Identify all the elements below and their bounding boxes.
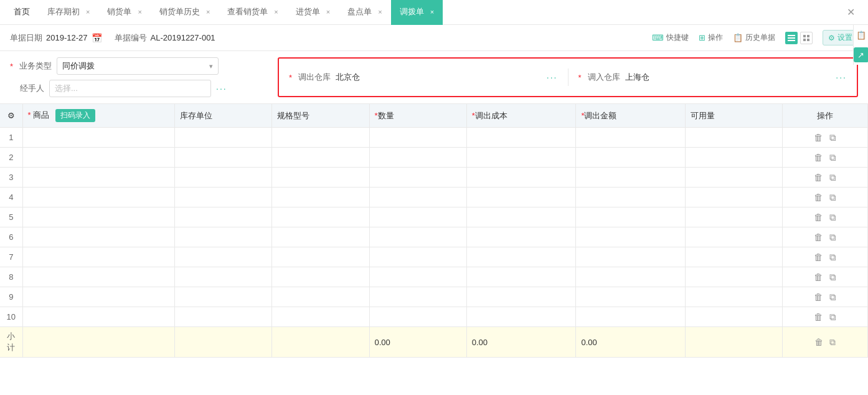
tab-purchase-close[interactable]: × [326, 8, 330, 16]
row-copy-icon[interactable]: ⧉ [829, 192, 836, 202]
row-cost[interactable] [466, 188, 576, 207]
row-qty[interactable] [369, 168, 466, 188]
row-copy-icon[interactable]: ⧉ [829, 272, 836, 282]
subtotal-delete-icon[interactable]: 🗑 [814, 337, 823, 347]
history-action[interactable]: 📋 历史单据 [733, 32, 775, 43]
tab-stocktake-close[interactable]: × [378, 8, 382, 16]
tab-stocktake[interactable]: 盘点单 × [339, 0, 390, 25]
handler-more-btn[interactable]: ··· [216, 83, 227, 93]
row-product[interactable] [22, 247, 175, 267]
source-wh-more-btn[interactable]: ··· [547, 72, 558, 82]
row-qty[interactable] [369, 227, 466, 247]
tab-sales-history[interactable]: 销货单历史 × [151, 0, 219, 25]
tab-transfer-close[interactable]: × [430, 8, 434, 16]
row-cost[interactable] [466, 267, 576, 287]
row-product[interactable] [22, 207, 175, 227]
tab-view-sales-close[interactable]: × [274, 8, 278, 16]
row-product[interactable] [22, 287, 175, 307]
sidebar-export-icon[interactable]: ↗ [854, 47, 869, 62]
row-amount[interactable] [576, 307, 686, 327]
row-cost[interactable] [466, 307, 576, 327]
row-delete-icon[interactable]: 🗑 [814, 172, 823, 183]
row-delete-icon[interactable]: 🗑 [814, 192, 823, 202]
settings-icon: ⚙ [828, 34, 835, 42]
row-copy-icon[interactable]: ⧉ [829, 132, 836, 143]
row-number: 10 [0, 307, 22, 327]
row-qty[interactable] [369, 247, 466, 267]
row-amount[interactable] [576, 188, 686, 207]
row-product[interactable] [22, 188, 175, 207]
row-qty[interactable] [369, 188, 466, 207]
row-delete-icon[interactable]: 🗑 [814, 272, 823, 282]
tab-purchase[interactable]: 进货单 × [287, 0, 339, 25]
row-copy-icon[interactable]: ⧉ [829, 252, 836, 262]
tab-view-sales[interactable]: 查看销货单 × [219, 0, 286, 25]
row-cost[interactable] [466, 207, 576, 227]
row-cost[interactable] [466, 148, 576, 168]
row-copy-icon[interactable]: ⧉ [829, 172, 836, 183]
row-copy-icon[interactable]: ⧉ [829, 152, 836, 163]
row-copy-icon[interactable]: ⧉ [829, 312, 836, 322]
shortcut-action[interactable]: ⌨ 快捷键 [652, 32, 689, 43]
row-cost[interactable] [466, 128, 576, 148]
tab-sales-order[interactable]: 销货单 × [98, 0, 150, 25]
sidebar-note-icon[interactable]: 📋 [854, 27, 869, 42]
row-amount[interactable] [576, 207, 686, 227]
row-qty[interactable] [369, 287, 466, 307]
row-cost[interactable] [466, 168, 576, 188]
row-amount[interactable] [576, 247, 686, 267]
tab-sales-history-close[interactable]: × [206, 8, 210, 16]
row-copy-icon[interactable]: ⧉ [829, 292, 836, 302]
tab-sales-order-close[interactable]: × [138, 8, 141, 16]
tab-inventory-init-close[interactable]: × [86, 8, 90, 16]
row-delete-icon[interactable]: 🗑 [814, 152, 823, 163]
row-cost[interactable] [466, 287, 576, 307]
tab-inventory-init[interactable]: 库存期初 × [39, 0, 98, 25]
row-delete-icon[interactable]: 🗑 [814, 312, 823, 322]
row-delete-icon[interactable]: 🗑 [814, 132, 823, 143]
handler-label: 经手人 [20, 83, 44, 94]
tab-sales-order-label: 销货单 [107, 6, 131, 17]
tab-home[interactable]: 首页 [5, 0, 39, 25]
row-amount[interactable] [576, 128, 686, 148]
row-copy-icon[interactable]: ⧉ [829, 212, 836, 222]
calendar-icon[interactable]: 📅 [92, 33, 102, 43]
row-qty[interactable] [369, 207, 466, 227]
row-qty[interactable] [369, 307, 466, 327]
th-settings[interactable]: ⚙ [0, 104, 22, 128]
row-amount[interactable] [576, 227, 686, 247]
row-cost[interactable] [466, 227, 576, 247]
handler-select[interactable]: 选择... [49, 80, 211, 97]
window-close-button[interactable]: ✕ [838, 0, 863, 25]
row-product[interactable] [22, 267, 175, 287]
row-delete-icon[interactable]: 🗑 [814, 292, 823, 302]
warehouse-divider [568, 69, 568, 86]
row-qty[interactable] [369, 148, 466, 168]
row-product[interactable] [22, 168, 175, 188]
row-product[interactable] [22, 227, 175, 247]
row-number: 3 [0, 168, 22, 188]
row-product[interactable] [22, 307, 175, 327]
row-product[interactable] [22, 128, 175, 148]
row-delete-icon[interactable]: 🗑 [814, 252, 823, 262]
row-qty[interactable] [369, 267, 466, 287]
row-amount[interactable] [576, 267, 686, 287]
list-view-btn[interactable] [785, 32, 798, 44]
row-product[interactable] [22, 148, 175, 168]
target-wh-more-btn[interactable]: ··· [836, 72, 847, 82]
scan-input-btn[interactable]: 扫码录入 [55, 109, 95, 122]
grid-view-btn[interactable] [800, 32, 813, 44]
row-delete-icon[interactable]: 🗑 [814, 212, 823, 222]
svg-rect-1 [788, 37, 795, 39]
tab-transfer[interactable]: 调拨单 × [391, 0, 443, 25]
subtotal-copy-icon[interactable]: ⧉ [829, 337, 836, 347]
row-amount[interactable] [576, 148, 686, 168]
row-amount[interactable] [576, 287, 686, 307]
row-amount[interactable] [576, 168, 686, 188]
row-delete-icon[interactable]: 🗑 [814, 232, 823, 242]
row-copy-icon[interactable]: ⧉ [829, 232, 836, 242]
operate-action[interactable]: ⊞ 操作 [699, 32, 723, 43]
row-cost[interactable] [466, 247, 576, 267]
row-qty[interactable] [369, 128, 466, 148]
business-type-select[interactable]: 同价调拨 ▾ [57, 57, 219, 75]
